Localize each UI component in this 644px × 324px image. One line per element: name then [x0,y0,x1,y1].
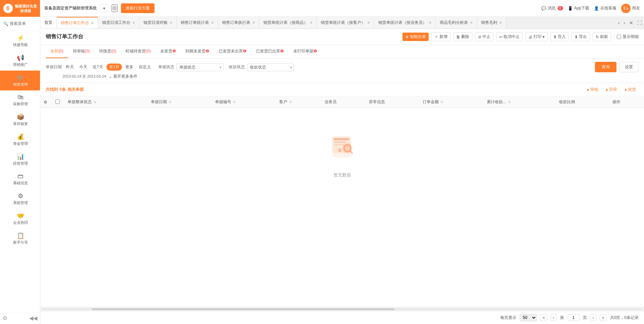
export-button[interactable]: ⬇ 导出 [571,32,590,41]
sort-icon[interactable]: ⇅ [289,100,292,104]
last-page-button[interactable]: » [600,314,607,321]
sort-icon[interactable]: ⇅ [93,100,96,104]
app-download-button[interactable]: 📱 App下载 [568,5,589,11]
sub-tab-shipped-out[interactable]: 已发货已出库❶ [251,45,289,58]
stop-button[interactable]: ⊘ 中止 [475,32,493,41]
page-input[interactable] [567,314,579,321]
sidebar-item-inventory[interactable]: 📦 库存核算 [0,110,40,130]
tabs-fullscreen-button[interactable]: ⛶ [635,17,644,29]
settings-icon[interactable]: ⚙ [44,100,47,105]
date-1month-button[interactable]: 近1月 [106,64,122,71]
sub-tab-pending-pick[interactable]: 待拣货(0) [94,45,121,58]
system-dropdown-button[interactable]: ▾ [100,4,108,12]
industry-solution-button[interactable]: 体验行业方案 [121,3,155,13]
select-all-checkbox[interactable] [55,99,60,104]
tab-close-button[interactable]: ✕ [499,21,502,25]
sidebar-item-quick-nav[interactable]: ⚡ 快捷导航 [0,31,40,51]
sidebar-item-marketing[interactable]: 📢 营销推广 [0,51,40,71]
payment-select-wrap: 收款状态 [247,63,294,71]
sub-tab-not-shipped[interactable]: 未发货❶ [156,45,181,58]
tab-sales-customer[interactable]: 销货单统计表（按客户） ✕ [317,17,374,29]
import-button[interactable]: ⬆ 导入 [550,32,569,41]
tab-close-button[interactable]: ✕ [91,21,94,25]
print-button[interactable]: 🖨 打印 ▾ [525,32,548,41]
sort-icon[interactable]: ⇅ [440,100,443,104]
date-yesterday-button[interactable]: 昨天 [64,64,76,71]
refresh-button[interactable]: ↻ 刷新 [593,32,611,41]
sort-icon[interactable]: ⇅ [508,100,511,104]
tab-cash-daily[interactable]: 钱货日清工作台 ✕ [98,17,139,29]
expand-filter-button[interactable]: ⌄ 展开更多条件 [109,74,137,79]
per-page-select[interactable]: 10 20 50 100 [520,314,537,321]
date-today-button[interactable]: 今天 [77,64,89,71]
horizontal-scrollbar[interactable] [40,307,644,311]
sidebar-item-system[interactable]: ⚙ 系统管理 [0,189,40,209]
collapse-sidebar-button[interactable]: ◀◀ [29,315,37,321]
date-custom-button[interactable]: 自定义 [137,64,153,71]
audit-button[interactable]: ● 审核 [584,86,601,93]
sidebar-item-sales[interactable]: 🛒 销售管理 [0,71,40,90]
topbar-settings-button[interactable]: ⚙ [112,4,118,12]
date-more-button[interactable]: 更多 [123,64,135,71]
tabs-prev-button[interactable]: ‹ [616,17,622,29]
date-buttons: 昨天 今天 近7天 近1月 更多 自定义 [64,64,153,71]
delete-button[interactable]: 🗑 删除 [453,32,472,41]
tab-close-button[interactable]: ✕ [170,21,172,25]
query-button[interactable]: 查询 [595,62,616,72]
show-detail-checkbox-label[interactable]: 显示明细 [617,34,639,40]
cancel-audit-button[interactable]: ● 弃审 [603,86,620,93]
sidebar-item-ops[interactable]: 📊 经营管理 [0,150,40,169]
show-detail-checkbox[interactable] [617,35,621,39]
sidebar-item-basic[interactable]: 🗃 基础信息 [0,169,40,189]
next-page-button[interactable]: › [590,314,596,321]
tab-close-button[interactable]: ✕ [211,21,214,25]
payment-select[interactable]: 收款状态 [247,63,294,71]
sort-icon[interactable]: ⇅ [233,100,235,104]
prev-page-button[interactable]: ‹ [551,314,557,321]
tabs-next-button[interactable]: › [621,17,627,29]
sub-tab-all[interactable]: 全部(0) [46,45,68,58]
user-menu-button[interactable]: Ea 用友 [621,4,640,13]
settings-bottom-button[interactable]: ⚙ [3,315,7,321]
tab-close-button[interactable]: ✕ [252,21,255,25]
tab-home[interactable]: 首页 [40,17,57,29]
tab-cash-reconcile[interactable]: 钱货日清对账 ✕ [139,17,177,29]
tab-close-button[interactable]: ✕ [367,21,370,25]
status-select[interactable]: 单据状态 [176,63,223,71]
search-menu-button[interactable]: 🔍 搜索菜单 [2,19,38,28]
sub-tab-overdue-ship[interactable]: 到期未发货❶ [181,45,214,58]
tab-gross-analysis[interactable]: 商品毛利分析表 ✕ [436,17,477,29]
sidebar-item-corp[interactable]: 🤝 企业协同 [0,209,40,229]
tab-close-button[interactable]: ✕ [310,21,312,25]
sidebar-item-guide[interactable]: 📋 新手引导 [0,229,40,248]
tab-sales-product[interactable]: 销货单统计表（按商品） ✕ [259,17,317,29]
new-button[interactable]: ＋ 新增 [431,32,450,41]
set-button[interactable]: 设置 [619,62,639,72]
sub-tab-not-printed[interactable]: 未打印单据❶ [289,45,322,58]
tab-sales-staff[interactable]: 销货单统计表（按业务员） ✕ [374,17,436,29]
app-icon: 📱 [568,6,573,11]
date-7days-button[interactable]: 近7天 [91,64,105,71]
tab-sales-exec[interactable]: 销售订单执行表 ✕ [218,17,259,29]
tab-close-button[interactable]: ✕ [132,21,135,25]
sidebar-item-finance[interactable]: 💰 资金管理 [0,130,40,150]
tab-sales-gross[interactable]: 销售毛利 ✕ [477,17,506,29]
ship-button[interactable]: ● 发货 [622,86,639,93]
tab-close-button[interactable]: ✕ [470,21,473,25]
sort-icon[interactable]: ⇅ [169,100,171,104]
tab-sales-stats[interactable]: 销售订单统计表 ✕ [177,17,218,29]
first-page-button[interactable]: « [540,314,547,321]
sub-tab-shipped-not-out[interactable]: 已发货未出库❶ [214,45,251,58]
tab-sales-workbench[interactable]: 销售订单工作台 ✕ [57,17,98,29]
online-service-button[interactable]: 👤 在线客服 [594,5,616,11]
message-button[interactable]: 💬 消息 6 [541,5,563,11]
scrollbar-thumb[interactable] [92,308,394,310]
sub-tab-wangpu-ship[interactable]: 旺铺待发货(0) [121,45,156,58]
sub-tab-pending-audit[interactable]: 待审核(0) [68,45,95,58]
tabs-close-button[interactable]: ✕ [627,17,635,29]
smart-create-button[interactable]: ★ 智能生单 [402,33,429,41]
cancel-stop-button[interactable]: ↩ 取消中止 [496,32,523,41]
sidebar-item-purchase[interactable]: 🛍 采购管理 [0,90,40,110]
empty-text: 暂无数据 [334,172,351,178]
tab-close-button[interactable]: ✕ [429,21,431,25]
